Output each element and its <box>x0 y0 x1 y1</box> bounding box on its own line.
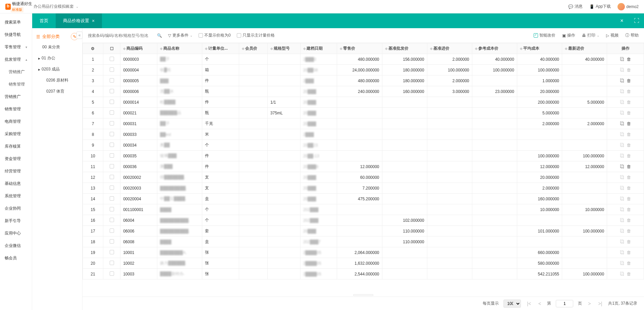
row-checkbox[interactable] <box>110 175 114 179</box>
tree-item[interactable]: 0207 体育 <box>32 86 82 97</box>
row-checkbox[interactable] <box>110 121 114 125</box>
tree-item[interactable]: 00 未分类 <box>32 42 82 53</box>
copy-icon[interactable]: ⿻ <box>620 78 625 83</box>
column-header[interactable]: ◆零售价 <box>337 43 382 54</box>
table-row[interactable]: 1400020004中██宝████.盒20███475.200000160.0… <box>83 194 644 204</box>
copy-icon[interactable]: ⿻ <box>620 153 625 158</box>
sidebar-item[interactable]: 采购管理 <box>0 128 32 140</box>
row-checkbox[interactable] <box>110 153 114 158</box>
smart-price-button[interactable]: 智能改价 <box>534 33 555 38</box>
table-row[interactable]: 20000004收█纸箱20██0824,000.000000180.00000… <box>83 65 644 75</box>
tree-item[interactable]: 0206 原材料 <box>32 75 82 86</box>
row-checkbox[interactable] <box>110 100 114 104</box>
drag-handle-icon[interactable] <box>353 294 373 296</box>
table-row[interactable]: 2010002扬力██████.张2████051,632.000000580.… <box>83 258 644 269</box>
delete-icon[interactable]: 🗑 <box>627 100 631 105</box>
sidebar-subitem[interactable]: 销售管理 <box>0 78 32 91</box>
column-header[interactable]: 操作 <box>607 43 644 54</box>
table-row[interactable]: 1200020002得███████.支20███60.00000020.000… <box>83 172 644 183</box>
copy-icon[interactable]: ⿻ <box>620 250 625 255</box>
column-header[interactable]: ◆计量单位... <box>202 43 239 54</box>
tree-root[interactable]: ☰ 全部分类 ✎ <box>32 32 82 42</box>
page-size-select[interactable]: 100 <box>503 300 521 308</box>
operations-button[interactable]: ▣操作 <box>562 33 575 38</box>
row-checkbox[interactable] <box>110 143 114 147</box>
sidebar-item[interactable]: 营销推广 <box>0 91 32 103</box>
table-row[interactable]: 1910001████████A.张2████052,064.000000660… <box>83 247 644 258</box>
table-row[interactable]: 9000034奥██个20██23⿻🗑 <box>83 140 644 151</box>
table-row[interactable]: 50000014杜████件1/120███200.0000005.000000… <box>83 97 644 108</box>
hide-zero-checkbox[interactable]: 不显示价格为0 <box>199 33 231 38</box>
help-button[interactable]: ⓘ帮助 <box>625 33 639 38</box>
delete-icon[interactable]: 🗑 <box>627 57 631 62</box>
copy-icon[interactable]: ⿻ <box>620 175 625 180</box>
delete-icon[interactable]: 🗑 <box>627 207 631 212</box>
sidebar-item[interactable]: 电商管理 <box>0 115 32 128</box>
row-checkbox[interactable] <box>110 67 114 72</box>
column-header[interactable]: ◆商品名称 <box>157 43 202 54</box>
delete-icon[interactable]: 🗑 <box>627 218 631 223</box>
more-filters-button[interactable]: ▽更多条件⌄ <box>168 33 193 38</box>
only-main-checkbox[interactable]: 只显示主计量价格 <box>237 33 275 38</box>
copy-icon[interactable]: ⿻ <box>620 67 625 72</box>
first-page-button[interactable]: |< <box>526 301 532 306</box>
sidebar-item[interactable]: 畅会员 <box>0 252 32 264</box>
table-row[interactable]: 6000021██████品瓶375mL20███5.000000⿻🗑 <box>83 108 644 118</box>
table-row[interactable]: 11000036测███件20███812.00000012.00000012.… <box>83 161 644 172</box>
next-page-button[interactable]: > <box>587 301 592 306</box>
last-page-button[interactable]: >| <box>597 301 603 306</box>
table-row[interactable]: 30000005███件2███480.000000180.0000002.00… <box>83 75 644 86</box>
sidebar-item[interactable]: 企业协同 <box>0 202 32 215</box>
table-row[interactable]: 8000033██est米2███⿻🗑 <box>83 129 644 140</box>
row-checkbox[interactable] <box>110 250 114 254</box>
sidebar-item[interactable]: 销售管理 <box>0 103 32 115</box>
tree-item[interactable]: ▸01 办公 <box>32 53 82 64</box>
sidebar-item[interactable]: 零售管理▾ <box>0 41 32 53</box>
tab-close-all-button[interactable]: × <box>614 18 629 24</box>
column-header[interactable]: ◆会员价 <box>239 43 267 54</box>
prev-page-button[interactable]: < <box>537 301 542 306</box>
copy-icon[interactable]: ⿻ <box>620 261 625 266</box>
copy-icon[interactable]: ⿻ <box>620 121 625 126</box>
column-header[interactable]: ◆商品编码 <box>120 43 157 54</box>
table-row[interactable]: 1606004██████████.个202███102.000000⿻🗑 <box>83 215 644 226</box>
delete-icon[interactable]: 🗑 <box>627 164 631 169</box>
table-row[interactable]: 10000035玻璃███件20██-13100.000000100.00000… <box>83 151 644 161</box>
delete-icon[interactable]: 🗑 <box>627 271 631 276</box>
delete-icon[interactable]: 🗑 <box>627 153 631 158</box>
delete-icon[interactable]: 🗑 <box>627 196 631 201</box>
sidebar-item[interactable]: 应用中心 <box>0 227 32 240</box>
copy-icon[interactable]: ⿻ <box>620 143 625 148</box>
copy-icon[interactable]: ⿻ <box>620 196 625 201</box>
copy-icon[interactable]: ⿻ <box>620 110 625 115</box>
copy-icon[interactable]: ⿻ <box>620 89 625 94</box>
delete-icon[interactable]: 🗑 <box>627 143 631 148</box>
table-row[interactable]: 7000031██子千克20███2.0000002.000000⿻🗑 <box>83 118 644 129</box>
row-checkbox[interactable] <box>110 196 114 201</box>
column-header[interactable]: ◆平均成本 <box>517 43 562 54</box>
table-row[interactable]: 10000003██子个2███0480.000000156.0000002.0… <box>83 54 644 65</box>
table-row[interactable]: 1300020003█████████.支20███7.2000002.0000… <box>83 183 644 194</box>
tab-price-settings[interactable]: 商品价格设置 × <box>56 13 102 28</box>
tab-home[interactable]: 首页 <box>32 13 56 28</box>
column-header[interactable]: ◆基准进价 <box>427 43 472 54</box>
search-icon[interactable]: 🔍 <box>157 33 162 38</box>
table-row[interactable]: 40000006洗██水瓶20███240.000000160.0000003.… <box>83 86 644 97</box>
settings-column[interactable]: ⚙ <box>83 43 103 54</box>
delete-icon[interactable]: 🗑 <box>627 186 631 191</box>
column-header[interactable]: ◆规格型号 <box>268 43 301 54</box>
sidebar-item[interactable]: 系统管理 <box>0 190 32 202</box>
row-checkbox[interactable] <box>110 261 114 265</box>
select-all-column[interactable]: ☐ <box>103 43 120 54</box>
row-checkbox[interactable] <box>110 186 114 190</box>
delete-icon[interactable]: 🗑 <box>627 89 631 94</box>
delete-icon[interactable]: 🗑 <box>627 250 631 255</box>
delete-icon[interactable]: 🗑 <box>627 78 631 83</box>
row-checkbox[interactable] <box>110 89 114 93</box>
page-input[interactable] <box>556 300 573 307</box>
table-row[interactable]: 1806008████盒202███7110.000000⿻🗑 <box>83 237 644 247</box>
delete-icon[interactable]: 🗑 <box>627 110 631 115</box>
app-download-button[interactable]: 📱App下载 <box>589 4 611 9</box>
delete-icon[interactable]: 🗑 <box>627 261 631 266</box>
copy-icon[interactable]: ⿻ <box>620 100 625 105</box>
